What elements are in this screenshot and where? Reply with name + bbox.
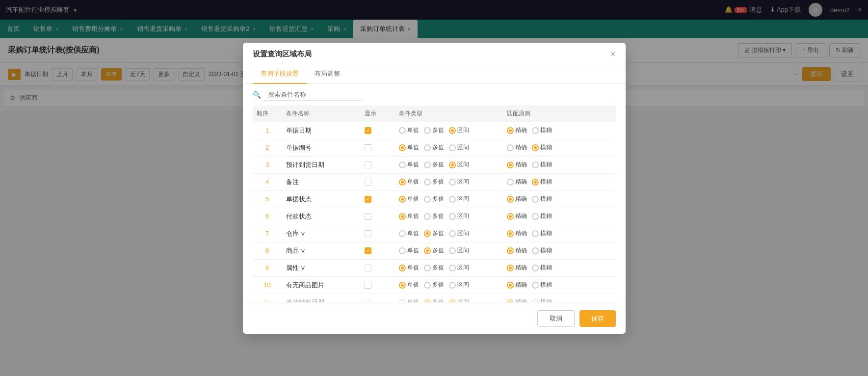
dialog-tabs: 查询字段设置 布局调整 — [243, 64, 626, 84]
dialog-header: 设置查询区域布局 × — [243, 43, 626, 64]
settings-dialog: 设置查询区域布局 × 查询字段设置 布局调整 🔍 顺序 条件名称 显示 条件类型 — [243, 43, 626, 111]
th-match: 匹配原则 — [503, 109, 601, 111]
dialog-table: 顺序 条件名称 显示 条件类型 匹配原则 1 单据日期 单值 多值 区间 — [253, 106, 616, 111]
tab-layout[interactable]: 布局调整 — [307, 64, 348, 84]
th-type: 条件类型 — [395, 109, 503, 111]
dialog-search-area: 🔍 — [243, 84, 626, 106]
dialog-overlay: 设置查询区域布局 × 查询字段设置 布局调整 🔍 顺序 条件名称 显示 条件类型 — [0, 0, 868, 110]
th-name: 条件名称 — [282, 109, 361, 111]
th-order: 顺序 — [253, 109, 282, 111]
dialog-title: 设置查询区域布局 — [253, 50, 312, 59]
th-show: 显示 — [361, 109, 395, 111]
search-input[interactable] — [264, 89, 362, 101]
dialog-close-button[interactable]: × — [610, 50, 616, 58]
search-icon: 🔍 — [253, 91, 261, 99]
tab-query-fields[interactable]: 查询字段设置 — [253, 64, 307, 84]
table-head: 顺序 条件名称 显示 条件类型 匹配原则 — [253, 106, 616, 111]
